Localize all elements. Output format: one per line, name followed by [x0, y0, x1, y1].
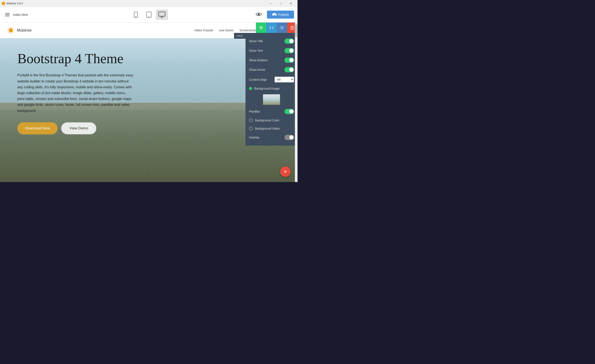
hamburger-line	[5, 14, 9, 15]
hamburger-button[interactable]	[3, 12, 11, 18]
bg-image-indicator	[249, 87, 252, 90]
show-arrow-thumb	[289, 68, 294, 72]
view-tablet-button[interactable]	[143, 9, 155, 20]
view-mobile-button[interactable]	[130, 9, 142, 20]
bg-color-label: Background Color	[255, 119, 279, 122]
trash-icon	[290, 26, 294, 30]
code-block-button[interactable]	[266, 22, 277, 33]
overlay-toggle[interactable]	[284, 135, 294, 140]
bg-image-thumbnail[interactable]	[263, 94, 280, 105]
svg-line-12	[13, 32, 13, 33]
nav-link-demo[interactable]: Live Demo	[219, 28, 233, 32]
add-block-button[interactable]: +	[280, 166, 290, 177]
code-icon	[269, 26, 273, 29]
mobile-icon	[134, 12, 138, 18]
show-buttons-row: Show Buttons	[246, 55, 298, 65]
hero-text: PurityM is the first Bootstrap 4 Themes …	[17, 72, 134, 113]
show-text-label: Show Text	[249, 49, 263, 52]
show-title-track	[284, 39, 294, 44]
svg-point-15	[281, 27, 283, 28]
block-actions	[256, 22, 298, 33]
parameters-tab: eters	[234, 33, 246, 39]
canvas-area: Mobirise Video Tutorial Live Demo Screen…	[0, 22, 298, 182]
content-align-select[interactable]: left center right	[275, 77, 294, 82]
svg-point-5	[258, 14, 260, 15]
toolbar-center	[130, 9, 168, 20]
show-text-toggle[interactable]	[284, 48, 294, 53]
close-button[interactable]: ✕	[286, 0, 296, 7]
show-buttons-toggle[interactable]	[284, 58, 294, 63]
parallax-track	[284, 109, 294, 114]
desktop-icon	[158, 12, 165, 18]
settings-block-button[interactable]	[277, 22, 287, 33]
app-icon	[2, 2, 5, 5]
bg-video-row: Background Video	[246, 124, 298, 133]
show-text-row: Show Text	[246, 46, 298, 55]
svg-rect-4	[159, 12, 165, 16]
content-align-label: Content Align	[249, 78, 267, 81]
bg-color-row: Background Color	[246, 116, 298, 124]
show-arrow-label: Show Arrow	[249, 68, 265, 71]
overlay-row: Overlay	[246, 133, 298, 142]
bg-image-thumbnail-row	[246, 92, 298, 107]
nav-link-video[interactable]: Video Tutorial	[194, 28, 213, 32]
logo-sun-icon	[7, 26, 15, 34]
overlay-track	[284, 135, 294, 140]
overlay-thumb	[289, 135, 294, 140]
move-icon	[259, 26, 263, 30]
bg-image-row: Background Image	[246, 85, 298, 92]
preview-button[interactable]	[254, 10, 263, 19]
scrollbar-thumb[interactable]	[295, 24, 297, 37]
hero-download-button[interactable]: Download Now	[17, 122, 58, 134]
parallax-toggle[interactable]	[284, 109, 294, 114]
show-arrow-toggle[interactable]	[284, 67, 294, 72]
show-text-thumb	[289, 48, 294, 53]
publish-button[interactable]: Publish	[267, 11, 294, 19]
title-bar: Mobirise 2.8.4 ─ □ ✕	[0, 0, 298, 7]
svg-point-6	[9, 28, 13, 33]
parallax-label: Parallax	[249, 110, 260, 113]
hamburger-line	[5, 16, 9, 16]
show-title-row: Show Title	[246, 36, 298, 46]
app-toolbar: index.html	[0, 7, 298, 22]
nav-link-screenshots[interactable]: Screenshots	[240, 28, 256, 32]
show-title-thumb	[289, 39, 294, 43]
gear-icon	[280, 26, 284, 30]
scrollbar[interactable]	[295, 22, 298, 182]
maximize-button[interactable]: □	[276, 0, 286, 7]
parallax-thumb	[289, 109, 294, 114]
svg-line-11	[8, 28, 9, 28]
hero-buttons: Download Now View Demo	[17, 122, 134, 134]
show-buttons-thumb	[289, 58, 294, 62]
content-align-row: Content Align left center right	[246, 75, 298, 85]
show-buttons-track	[284, 58, 294, 63]
main-area: Mobirise Video Tutorial Live Demo Screen…	[0, 22, 298, 182]
publish-label: Publish	[278, 13, 289, 16]
bg-color-radio[interactable]	[249, 118, 253, 122]
show-arrow-row: Show Arrow	[246, 65, 298, 75]
show-arrow-track	[284, 67, 294, 72]
title-bar-controls: ─ □ ✕	[266, 0, 296, 7]
show-title-label: Show Title	[249, 39, 263, 43]
hero-demo-button[interactable]: View Demo	[61, 122, 96, 134]
bg-video-label: Background Video	[255, 127, 280, 130]
move-block-button[interactable]	[256, 22, 266, 33]
settings-panel: eters Show Title Show Text	[246, 33, 298, 146]
parameters-label: eters	[237, 34, 243, 37]
cloud-icon	[272, 13, 276, 16]
parallax-row: Parallax	[246, 107, 298, 116]
view-desktop-button[interactable]	[156, 9, 168, 20]
bg-video-radio[interactable]	[249, 127, 253, 130]
svg-line-13	[13, 28, 13, 28]
preview-logo-text: Mobirise	[17, 28, 32, 33]
tablet-icon	[146, 12, 152, 18]
svg-line-14	[8, 32, 9, 33]
svg-point-1	[135, 16, 136, 17]
minimize-button[interactable]: ─	[266, 0, 276, 7]
file-title: index.html	[13, 13, 28, 16]
show-title-toggle[interactable]	[284, 39, 294, 44]
show-text-track	[284, 48, 294, 53]
overlay-label: Overlay	[249, 136, 259, 139]
hero-title: Bootstrap 4 Theme	[17, 51, 134, 66]
hero-content: Bootstrap 4 Theme PurityM is the first B…	[0, 38, 152, 147]
